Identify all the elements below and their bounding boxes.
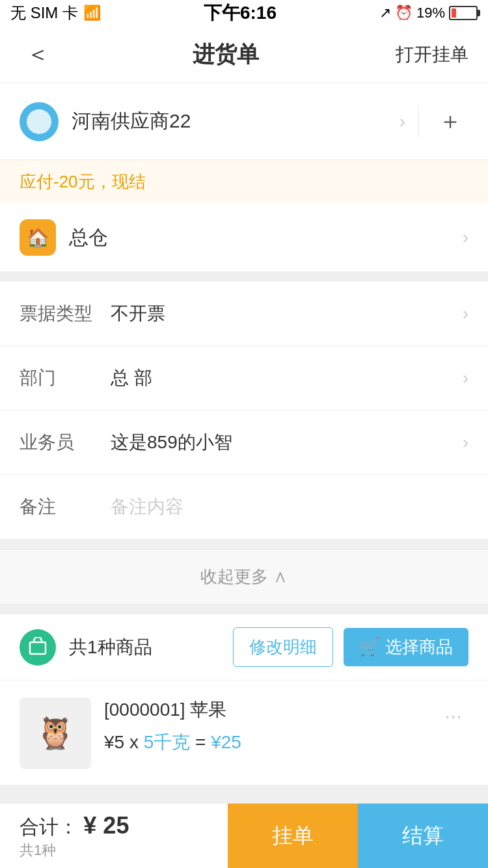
products-section: 共1种商品 修改明细 🛒 选择商品 🦉 [0000001] 苹果 ¥5 x 5千…: [0, 614, 488, 785]
products-count: 共1种商品: [69, 635, 233, 660]
location-icon: ↗: [379, 5, 391, 21]
supplier-name: 河南供应商22: [72, 108, 393, 135]
main-content: 河南供应商22 › ＋ 应付-20元，现结 🏠 总仓 › 票据类型 不开票 › …: [0, 83, 488, 850]
notice-bar: 应付-20元，现结: [0, 159, 488, 204]
open-pending-button[interactable]: 打开挂单: [396, 42, 468, 67]
invoice-type-row[interactable]: 票据类型 不开票 ›: [0, 282, 488, 346]
edit-detail-button[interactable]: 修改明细: [233, 627, 333, 667]
department-value: 总 部: [98, 366, 456, 390]
products-header: 共1种商品 修改明细 🛒 选择商品: [0, 614, 488, 681]
product-name: [0000001] 苹果: [104, 698, 438, 722]
invoice-type-label: 票据类型: [20, 301, 98, 326]
status-left: 无 SIM 卡 📶: [10, 3, 101, 23]
remark-row[interactable]: 备注 备注内容: [0, 475, 488, 539]
add-button[interactable]: ＋: [432, 99, 468, 144]
page-title: 进货单: [193, 40, 259, 70]
total-price: ¥25: [211, 732, 241, 752]
supplier-avatar: [20, 102, 59, 141]
form-section: 票据类型 不开票 › 部门 总 部 › 业务员 这是859的小智 › 备注 备注…: [0, 282, 488, 539]
back-button[interactable]: ＜: [20, 32, 56, 77]
divider: [418, 105, 419, 138]
invoice-type-value: 不开票: [98, 301, 456, 326]
status-time: 下午6:16: [204, 1, 277, 25]
alarm-icon: ⏰: [395, 5, 413, 21]
salesperson-label: 业务员: [20, 430, 98, 455]
nav-bar: ＜ 进货单 打开挂单: [0, 26, 488, 83]
warehouse-name: 总仓: [69, 224, 456, 251]
total-count: 共1种: [20, 841, 208, 860]
product-title: 苹果: [190, 699, 226, 720]
product-thumb-owl-icon: 🦉: [36, 715, 75, 752]
department-row[interactable]: 部门 总 部 ›: [0, 346, 488, 411]
supplier-section: 河南供应商22 › ＋ 应付-20元，现结: [0, 83, 488, 204]
quantity: 5千克: [144, 732, 191, 752]
products-icon: [20, 629, 56, 666]
carrier-text: 无 SIM 卡: [10, 3, 78, 23]
battery-icon: [449, 6, 478, 20]
unit-price: ¥5 x: [104, 732, 144, 752]
hang-order-button[interactable]: 挂单: [228, 804, 358, 869]
select-product-icon: 🛒: [359, 637, 380, 657]
select-product-label: 选择商品: [385, 636, 453, 658]
select-product-button[interactable]: 🛒 选择商品: [344, 628, 468, 666]
remark-label: 备注: [20, 495, 98, 519]
product-price: ¥5 x 5千克 = ¥25: [104, 730, 438, 755]
svg-rect-0: [30, 642, 46, 654]
collapse-label: 收起更多 ∧: [200, 567, 287, 586]
wifi-icon: 📶: [83, 5, 101, 21]
bottom-total: 合计： ¥ 25 共1种: [0, 812, 228, 860]
more-options-icon[interactable]: ···: [438, 698, 468, 735]
total-label: 合计：: [20, 816, 78, 837]
salesperson-value: 这是859的小智: [98, 430, 456, 455]
status-right: ↗ ⏰ 19%: [379, 5, 478, 21]
equals: =: [195, 732, 211, 752]
product-code: [0000001]: [104, 699, 190, 720]
checkout-button[interactable]: 结算: [358, 804, 488, 869]
salesperson-chevron-icon: ›: [463, 432, 468, 453]
battery-fill: [452, 8, 456, 18]
bottom-bar: 合计： ¥ 25 共1种 挂单 结算: [0, 803, 488, 868]
salesperson-row[interactable]: 业务员 这是859的小智 ›: [0, 411, 488, 475]
invoice-chevron-icon: ›: [463, 303, 468, 324]
avatar-inner: [27, 109, 51, 134]
warehouse-section[interactable]: 🏠 总仓 ›: [0, 204, 488, 271]
status-bar: 无 SIM 卡 📶 下午6:16 ↗ ⏰ 19%: [0, 0, 488, 26]
supplier-chevron-icon: ›: [400, 111, 405, 132]
department-chevron-icon: ›: [463, 368, 468, 388]
total-amount-row: 合计： ¥ 25: [20, 812, 208, 841]
collapse-bar[interactable]: 收起更多 ∧: [0, 549, 488, 604]
warehouse-chevron-icon: ›: [463, 227, 468, 248]
department-label: 部门: [20, 366, 98, 390]
product-item: 🦉 [0000001] 苹果 ¥5 x 5千克 = ¥25 ···: [0, 682, 488, 785]
product-thumbnail: 🦉: [20, 698, 91, 769]
product-info: [0000001] 苹果 ¥5 x 5千克 = ¥25: [104, 698, 438, 755]
remark-input[interactable]: 备注内容: [98, 495, 468, 519]
warehouse-icon: 🏠: [20, 219, 56, 256]
total-value: ¥ 25: [83, 812, 129, 839]
supplier-row[interactable]: 河南供应商22 › ＋: [0, 83, 488, 159]
notice-text: 应付-20元，现结: [20, 172, 146, 191]
battery-percent: 19%: [416, 5, 445, 21]
